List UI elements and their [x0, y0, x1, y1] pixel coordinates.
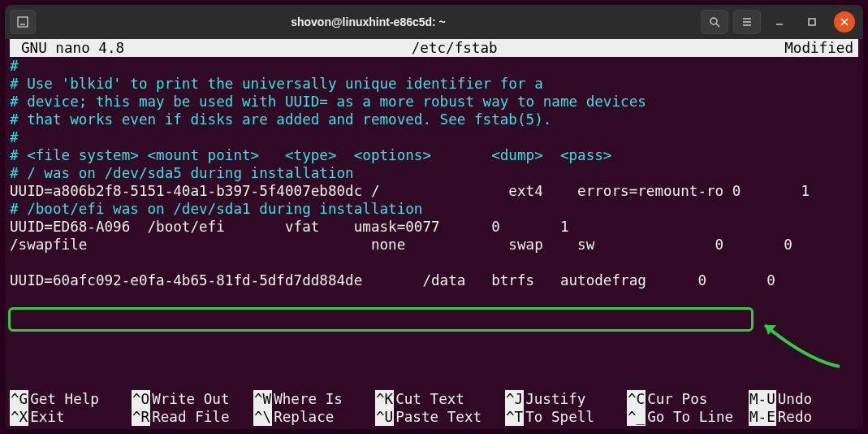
- help-exit: ^XExit: [10, 408, 132, 426]
- comment-line: # /boot/efi was on /dev/sda1 during inst…: [10, 201, 422, 217]
- help-row: ^XExit ^RRead File ^\Replace ^UPaste Tex…: [10, 408, 858, 426]
- help-cut-text: ^KCut Text: [375, 390, 505, 408]
- help-paste-text: ^UPaste Text: [375, 408, 505, 426]
- nano-modified: Modified: [784, 39, 855, 57]
- new-tab-button[interactable]: [10, 10, 36, 34]
- help-go-to-line: ^_Go To Line: [627, 408, 749, 426]
- window-title: shovon@linuxhint-e86c5d: ~: [41, 15, 696, 28]
- comment-line: # / was on /dev/sda5 during installation: [10, 165, 354, 181]
- comment-line: # device; this may be used with UUID= as…: [10, 93, 646, 110]
- nano-filename: /etc/fstab: [124, 39, 784, 57]
- close-button[interactable]: [834, 11, 855, 33]
- help-where-is: ^WWhere Is: [253, 390, 375, 408]
- nano-version: GNU nano 4.8: [13, 39, 124, 57]
- svg-line-4: [716, 24, 719, 27]
- titlebar: shovon@linuxhint-e86c5d: ~: [5, 5, 863, 39]
- help-read-file: ^RRead File: [132, 408, 253, 426]
- comment-line: # <file system> <mount point> <type> <op…: [10, 147, 611, 163]
- fstab-entry: /swapfile none swap sw 0 0: [10, 237, 792, 253]
- terminal-window: shovon@linuxhint-e86c5d: ~ GNU nano 4.8 …: [5, 5, 863, 429]
- help-get-help: ^GGet Help: [10, 390, 132, 408]
- comment-line: #: [10, 129, 19, 145]
- help-write-out: ^OWrite Out: [132, 390, 253, 408]
- nano-help-bar: ^GGet Help ^OWrite Out ^WWhere Is ^KCut …: [5, 390, 863, 429]
- annotation-arrow-icon: [758, 315, 848, 380]
- comment-line: #: [10, 58, 19, 74]
- maximize-button[interactable]: [801, 11, 823, 33]
- search-button[interactable]: [701, 10, 728, 34]
- minimize-button[interactable]: [769, 11, 790, 33]
- svg-rect-9: [809, 19, 815, 25]
- comment-line: # Use 'blkid' to print the universally u…: [10, 76, 543, 92]
- nano-statusbar: GNU nano 4.8 /etc/fstab Modified: [10, 39, 858, 57]
- fstab-entry: UUID=ED68-A096 /boot/efi vfat umask=0077…: [10, 219, 569, 235]
- help-redo: M-ERedo: [749, 408, 812, 426]
- svg-point-3: [710, 18, 717, 24]
- annotation-highlight-box: [8, 307, 754, 332]
- editor-content[interactable]: # # Use 'blkid' to print the universally…: [5, 57, 863, 289]
- fstab-entry-highlighted: UUID=60afc092-e0fa-4b65-81fd-5dfd7dd884d…: [10, 272, 775, 289]
- help-justify: ^JJustify: [505, 390, 627, 408]
- help-cur-pos: ^CCur Pos: [627, 390, 749, 408]
- fstab-entry: UUID=a806b2f8-5151-40a1-b397-5f4007eb80d…: [10, 183, 810, 199]
- hamburger-menu-button[interactable]: [733, 10, 761, 34]
- help-undo: M-UUndo: [749, 390, 812, 408]
- help-row: ^GGet Help ^OWrite Out ^WWhere Is ^KCut …: [10, 390, 858, 408]
- terminal-content[interactable]: GNU nano 4.8 /etc/fstab Modified # # Use…: [5, 39, 863, 429]
- help-to-spell: ^TTo Spell: [505, 408, 627, 426]
- comment-line: # that works even if disks are added and…: [10, 111, 551, 128]
- help-replace: ^\Replace: [253, 408, 375, 426]
